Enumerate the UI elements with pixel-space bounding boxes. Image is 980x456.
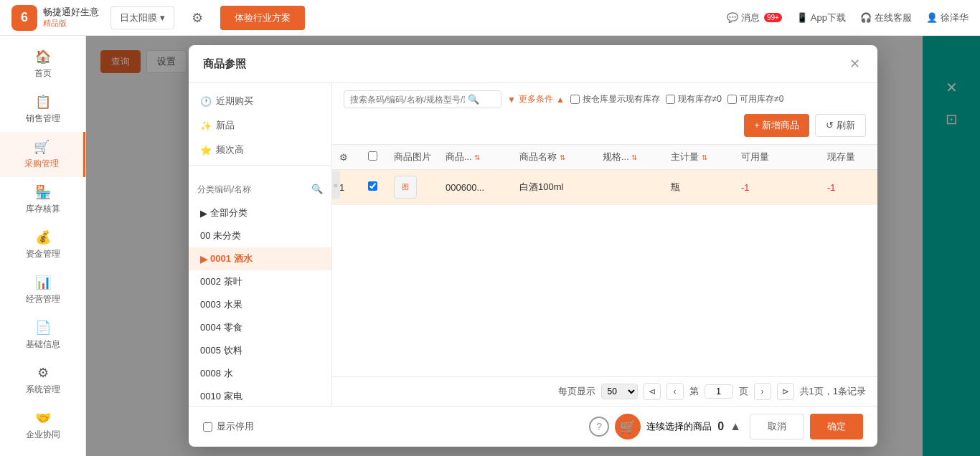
sidebar-item-operations[interactable]: 📊 经营管理 [0, 267, 85, 313]
filter-collapse-icon: ▲ [556, 95, 565, 105]
select-all-checkbox[interactable] [368, 151, 377, 161]
collapse-left-panel-button[interactable]: « [331, 171, 340, 199]
category-liquor[interactable]: ▶ 0001 酒水 [189, 247, 331, 270]
sidebar-item-home[interactable]: 🏠 首页 [0, 42, 85, 87]
logo-text: 畅捷通好生意 精品版 [43, 6, 99, 29]
th-config[interactable]: ⚙ [332, 145, 361, 170]
category-search-icon[interactable]: 🔍 [311, 184, 323, 194]
category-search-input[interactable] [197, 184, 308, 194]
confirm-button[interactable]: 确定 [810, 414, 863, 440]
th-name[interactable]: 商品名称 ⇅ [512, 145, 595, 170]
td-row-checkbox[interactable] [361, 170, 387, 205]
sidebar-item-basic-info[interactable]: 📄 基础信息 [0, 313, 85, 358]
th-unit[interactable]: 主计量 ⇅ [664, 145, 734, 170]
th-code[interactable]: 商品... ⇅ [438, 145, 512, 170]
category-fruit[interactable]: 0003 水果 [189, 293, 331, 316]
sidebar-label-purchase: 采购管理 [24, 158, 59, 170]
operations-icon: 📊 [35, 275, 51, 290]
sort-icon-code: ⇅ [474, 153, 480, 161]
show-disabled-checkbox[interactable] [203, 422, 212, 432]
pagination: 每页显示 50 10 20 100 ⊲ ‹ 第 页 › ⊳ [332, 376, 877, 406]
category-liquor-label: 0001 酒水 [210, 252, 253, 265]
org-selector[interactable]: 日太阳膜 ▾ [110, 6, 174, 29]
checkbox-current-stock-input[interactable] [666, 95, 675, 104]
page-size-select[interactable]: 50 10 20 100 [601, 384, 638, 399]
cancel-button[interactable]: 取消 [750, 414, 804, 440]
sidebar-item-inventory[interactable]: 🏪 库存核算 [0, 177, 85, 222]
checkbox-warehouse-stock[interactable]: 按仓库显示现有库存 [570, 93, 660, 105]
category-snacks[interactable]: 0004 零食 [189, 316, 331, 339]
prev-page-button[interactable]: ‹ [666, 383, 684, 400]
th-checkbox[interactable] [361, 145, 387, 170]
td-unit: 瓶 [664, 170, 734, 205]
category-appliances-label: 0010 家电 [200, 390, 242, 400]
product-table: ⚙ 商品图片 商品... ⇅ 商品名称 ⇅ [332, 145, 877, 205]
category-tea[interactable]: 0002 茶叶 [189, 270, 331, 293]
row-checkbox[interactable] [368, 181, 377, 191]
message-nav-item[interactable]: 💬 消息 99+ [727, 11, 782, 24]
product-modal: 商品参照 ✕ 🕐 近期购买 ✨ 新品 [189, 45, 877, 447]
category-drinks[interactable]: 0005 饮料 [189, 339, 331, 362]
category-water[interactable]: 0008 水 [189, 362, 331, 385]
category-uncategorized-label: 00 未分类 [200, 229, 241, 242]
checkbox-warehouse-stock-input[interactable] [570, 95, 580, 104]
sidebar-item-system[interactable]: ⚙ 系统管理 [0, 358, 85, 403]
th-code-label: 商品... [446, 151, 472, 162]
sidebar: 🏠 首页 📋 销售管理 🛒 采购管理 🏪 库存核算 💰 资金管理 📊 经营管理 … [0, 36, 86, 456]
category-all-label: 全部分类 [210, 206, 248, 219]
th-spec[interactable]: 规格... ⇅ [595, 145, 664, 170]
trial-button[interactable]: 体验行业方案 [220, 6, 305, 30]
nav-new-products[interactable]: ✨ 新品 [189, 113, 331, 138]
search-icon[interactable]: 🔍 [468, 94, 479, 105]
category-appliances[interactable]: 0010 家电 [189, 385, 331, 400]
new-products-label: 新品 [216, 119, 235, 132]
refresh-button[interactable]: ↺ 刷新 [815, 114, 866, 137]
th-image: 商品图片 [387, 145, 438, 170]
last-page-button[interactable]: ⊳ [777, 383, 794, 400]
nav-frequent[interactable]: ⭐ 频次高 [189, 138, 331, 162]
user-item[interactable]: 👤 徐泽华 [926, 11, 969, 24]
checkbox-current-stock[interactable]: 现有库存≠0 [666, 93, 722, 105]
sidebar-label-basic-info: 基础信息 [26, 338, 60, 351]
th-name-label: 商品名称 [519, 151, 557, 162]
cart-button[interactable]: 🛒 [615, 414, 641, 440]
sidebar-item-purchase[interactable]: 🛒 采购管理 [0, 132, 85, 177]
checkbox-available-stock-input[interactable] [727, 95, 737, 104]
checkbox-current-stock-label: 现有库存≠0 [678, 93, 722, 105]
category-fruit-label: 0003 水果 [200, 298, 242, 311]
sort-icon-name: ⇅ [560, 153, 565, 161]
app-download-item[interactable]: 📱 App下载 [796, 11, 846, 24]
more-filter-button[interactable]: ▼ 更多条件 ▲ [507, 93, 565, 105]
next-page-button[interactable]: › [754, 383, 771, 400]
avatar-icon: 👤 [926, 12, 938, 23]
td-available: -1 [734, 170, 820, 205]
nav-recent-purchase[interactable]: 🕐 近期购买 [189, 89, 331, 113]
help-button[interactable]: ? [589, 417, 609, 437]
inventory-icon: 🏪 [35, 184, 51, 200]
checkbox-available-stock[interactable]: 可用库存≠0 [727, 93, 783, 105]
th-unit-label: 主计量 [671, 151, 699, 162]
sidebar-item-guide[interactable]: 📖 新手引导 [0, 448, 85, 456]
settings-icon[interactable]: ⚙ [186, 6, 209, 29]
org-label: 日太阳膜 [120, 11, 157, 24]
product-search-input[interactable] [350, 95, 465, 105]
category-uncategorized[interactable]: 00 未分类 [189, 224, 331, 247]
cart-collapse-icon[interactable]: ▲ [730, 420, 741, 433]
modal-close-button[interactable]: ✕ [846, 55, 863, 72]
first-page-button[interactable]: ⊲ [644, 383, 661, 400]
sidebar-label-operations: 经营管理 [26, 293, 60, 305]
category-all[interactable]: ▶ 全部分类 [189, 201, 331, 224]
category-snacks-label: 0004 零食 [200, 321, 242, 334]
sidebar-item-sales[interactable]: 📋 销售管理 [0, 87, 85, 132]
td-code: 000600... [438, 170, 512, 205]
online-service-item[interactable]: 🎧 在线客服 [860, 11, 912, 24]
table-row[interactable]: 1 图 000600... 白酒100ml 瓶 -1 [332, 170, 877, 205]
main-layout: 🏠 首页 📋 销售管理 🛒 采购管理 🏪 库存核算 💰 资金管理 📊 经营管理 … [0, 36, 980, 456]
modal-toolbar: 🔍 ▼ 更多条件 ▲ 按仓库显示现有库存 [332, 83, 877, 145]
add-product-button[interactable]: + 新增商品 [744, 114, 809, 137]
logo-area: 6 畅捷通好生意 精品版 [11, 5, 99, 31]
page-number-input[interactable] [705, 384, 733, 399]
sidebar-item-finance[interactable]: 💰 资金管理 [0, 222, 85, 267]
frequent-label: 频次高 [216, 143, 244, 156]
sidebar-item-enterprise[interactable]: 🤝 企业协同 [0, 403, 85, 448]
